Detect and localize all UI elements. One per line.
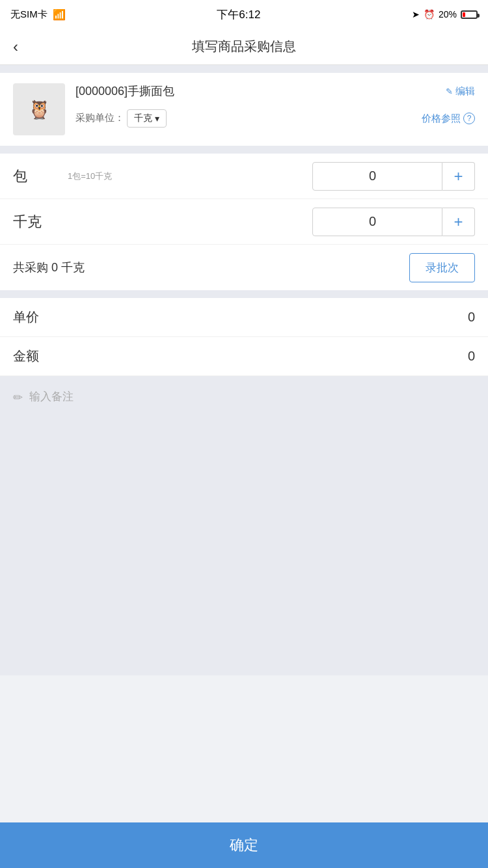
price-ref-icon: ? — [463, 113, 475, 124]
unit-select[interactable]: 千克 ▾ — [127, 109, 167, 128]
status-bar: 无SIM卡 📶 下午6:12 ➤ ⏰ 20% — [0, 0, 488, 29]
summary-row: 共采购 0 千克 录批次 — [0, 245, 488, 290]
product-name-row: [0000006]手撕面包 ✎ 编辑 — [75, 83, 475, 99]
edit-label: 编辑 — [455, 85, 475, 98]
purchase-unit-row: 采购单位： 千克 ▾ 价格参照 ? — [75, 109, 475, 128]
confirm-button-label: 确定 — [230, 835, 258, 855]
bag-plus-button[interactable]: + — [442, 162, 475, 191]
price-ref-button[interactable]: 价格参照 ? — [422, 113, 475, 125]
bag-input-row: 包 1包=10千克 + — [0, 154, 488, 199]
unit-price-label: 单价 — [13, 308, 39, 326]
top-divider — [0, 65, 488, 73]
carrier-text: 无SIM卡 — [10, 8, 47, 21]
edit-icon: ✎ — [446, 87, 453, 96]
bag-label: 包 — [13, 167, 65, 186]
bag-quantity-input[interactable] — [312, 162, 442, 191]
product-logo-icon: 🦉 — [28, 99, 51, 120]
price-ref-label: 价格参照 — [422, 113, 461, 125]
kg-quantity-input[interactable] — [312, 208, 442, 236]
remark-placeholder: 输入备注 — [29, 389, 74, 404]
amount-label: 金额 — [13, 347, 39, 365]
confirm-bar[interactable]: 确定 — [0, 822, 488, 868]
product-image: 🦉 — [13, 83, 65, 135]
kg-input-right: + — [312, 208, 475, 236]
purchase-unit-section: 采购单位： 千克 ▾ — [75, 109, 167, 128]
bag-sublabel: 1包=10千克 — [68, 170, 112, 182]
battery-icon — [461, 10, 478, 19]
content-area — [0, 493, 488, 675]
kg-label: 千克 — [13, 212, 65, 232]
middle-divider-1 — [0, 146, 488, 154]
unit-value: 千克 — [134, 113, 152, 124]
product-name: [0000006]手撕面包 — [75, 83, 174, 99]
kg-plus-button[interactable]: + — [442, 208, 475, 236]
location-icon: ➤ — [412, 9, 420, 20]
nav-bar: ‹ 填写商品采购信息 — [0, 29, 488, 65]
status-right: ➤ ⏰ 20% — [412, 9, 478, 20]
summary-text: 共采购 0 千克 — [13, 260, 85, 275]
batch-button[interactable]: 录批次 — [409, 253, 475, 282]
price-section: 单价 0 金额 0 — [0, 298, 488, 376]
amount-value: 0 — [468, 349, 475, 364]
remark-section[interactable]: ✏ 输入备注 — [0, 376, 488, 493]
purchase-unit-label: 采购单位： — [75, 112, 124, 123]
amount-row: 金额 0 — [0, 337, 488, 376]
unit-price-value: 0 — [468, 310, 475, 325]
alarm-icon: ⏰ — [424, 9, 435, 20]
back-button[interactable]: ‹ — [8, 33, 23, 61]
middle-divider-2 — [0, 290, 488, 298]
bag-input-right: + — [312, 162, 475, 191]
page-title: 填写商品采购信息 — [192, 38, 296, 55]
status-time: 下午6:12 — [217, 7, 260, 22]
input-section: 包 1包=10千克 + 千克 + — [0, 154, 488, 245]
kg-input-row: 千克 + — [0, 199, 488, 245]
status-left: 无SIM卡 📶 — [10, 8, 66, 21]
dropdown-arrow-icon: ▾ — [155, 113, 159, 124]
battery-percent: 20% — [439, 9, 457, 20]
remark-icon: ✏ — [13, 390, 23, 405]
edit-button[interactable]: ✎ 编辑 — [446, 85, 475, 98]
unit-price-row: 单价 0 — [0, 298, 488, 337]
wifi-icon: 📶 — [53, 8, 66, 21]
product-card: 🦉 [0000006]手撕面包 ✎ 编辑 采购单位： 千克 ▾ 价格参照 ? — [0, 73, 488, 146]
product-info: [0000006]手撕面包 ✎ 编辑 采购单位： 千克 ▾ 价格参照 ? — [75, 83, 475, 128]
